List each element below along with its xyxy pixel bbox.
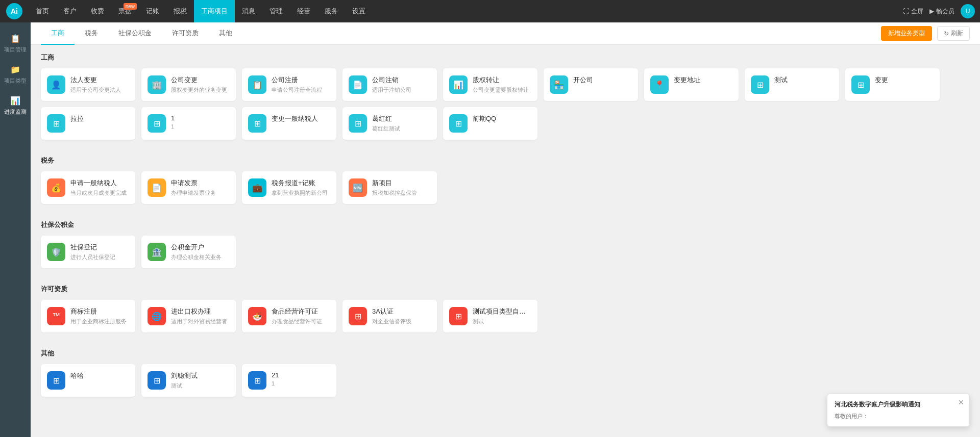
3a-title: 3A认证 — [372, 307, 431, 316]
nav-home[interactable]: 首页 — [29, 0, 56, 22]
legal-change-icon: 👤 — [47, 75, 65, 94]
liucong-icon: ⊞ — [148, 371, 166, 390]
tab-xuke[interactable]: 许可资质 — [162, 22, 209, 45]
sidebar-item-project-manage[interactable]: 📋 项目管理 — [0, 28, 31, 59]
notification-close-button[interactable]: ✕ — [958, 398, 964, 406]
nav-operation[interactable]: 经营 — [290, 0, 317, 22]
tab-qita[interactable]: 其他 — [209, 22, 242, 45]
card-21[interactable]: ⊞ 21 1 — [242, 364, 336, 397]
avatar[interactable]: U — [961, 4, 975, 18]
change2-title: 变更 — [875, 75, 934, 85]
card-social-insurance[interactable]: 🛡️ 社保登记 进行人员社保登记 — [41, 236, 135, 268]
card-trademark[interactable]: ™ 商标注册 用于企业商标注册服务 — [41, 300, 135, 332]
card-company-change[interactable]: 🏢 公司变更 股权变更外的业务变更 — [141, 68, 236, 101]
tax-bookkeeping-icon: 💼 — [248, 178, 266, 197]
haha-title: 哈哈 — [70, 371, 129, 380]
nav-customer[interactable]: 客户 — [56, 0, 84, 22]
sidebar: 📋 项目管理 📁 项目类型 📊 进度监测 — [0, 22, 31, 437]
section-shuiwu: 税务 💰 申请一般纳税人 当月或次月成变更完成 📄 申请发票 办理申请发票业务 — [31, 148, 980, 204]
card-food-license[interactable]: 🍜 食品经营许可证 办理食品经营许可证 — [242, 300, 336, 332]
card-legal-change[interactable]: 👤 法人变更 适用于公司变更法人 — [41, 68, 135, 101]
card-change2[interactable]: ⊞ 变更 — [845, 68, 940, 101]
card-qq[interactable]: ⊞ 前期QQ — [443, 107, 537, 140]
new-project-icon: 🆕 — [349, 178, 367, 197]
card-company-cancel[interactable]: 📄 公司注销 适用于注销公司 — [342, 68, 437, 101]
card-gehonghong[interactable]: ⊞ 葛红红 葛红红测试 — [342, 107, 437, 140]
member-label: 畅会员 — [936, 7, 954, 16]
social-insurance-icon: 🛡️ — [47, 243, 65, 261]
main-layout: 📋 项目管理 📁 项目类型 📊 进度监测 工商 税务 社保公积金 许可资质 其他… — [0, 22, 980, 437]
food-license-title: 食品经营许可证 — [272, 307, 330, 316]
open-company-icon: 🏪 — [550, 75, 568, 94]
3a-desc: 对企业信誉评级 — [372, 318, 431, 325]
notification-popup: ✕ 河北税务数字账户升级影响通知 尊敬的用户： — [827, 394, 970, 427]
change-address-title: 变更地址 — [674, 75, 732, 85]
card-apply-invoice[interactable]: 📄 申请发票 办理申请发票业务 — [141, 171, 236, 204]
card-test1[interactable]: ⊞ 测试 — [745, 68, 839, 101]
project-manage-icon: 📋 — [10, 33, 21, 44]
content-area: 工商 税务 社保公积金 许可资质 其他 新增业务类型 ↻ 刷新 工商 👤 法人变… — [31, 22, 980, 437]
sidebar-item-project-type[interactable]: 📁 项目类型 — [0, 59, 31, 90]
card-open-company[interactable]: 🏪 开公司 — [544, 68, 638, 101]
nav-ticket[interactable]: 票据 new — [111, 0, 139, 22]
company-change-desc: 股权变更外的业务变更 — [171, 86, 230, 94]
gehonghong-title: 葛红红 — [372, 114, 431, 123]
card-lala[interactable]: ⊞ 拉拉 — [41, 107, 135, 140]
apply-taxpayer-desc: 当月或次月成变更完成 — [70, 189, 129, 197]
gehonghong-desc: 葛红红测试 — [372, 125, 431, 133]
member-button[interactable]: ▶ 畅会员 — [929, 7, 954, 16]
test1-title: 测试 — [774, 75, 833, 85]
lala-icon: ⊞ — [47, 114, 65, 133]
nav-tax[interactable]: 报税 — [166, 0, 194, 22]
nav-messages[interactable]: 消息 — [235, 0, 262, 22]
provident-fund-icon: 🏦 — [148, 243, 166, 261]
card-apply-taxpayer[interactable]: 💰 申请一般纳税人 当月或次月成变更完成 — [41, 171, 135, 204]
cards-shuiwu: 💰 申请一般纳税人 当月或次月成变更完成 📄 申请发票 办理申请发票业务 💼 — [41, 171, 970, 204]
card-import-export[interactable]: 🌐 进出口权办理 适用于对外贸易经营者 — [141, 300, 236, 332]
card-3a[interactable]: ⊞ 3A认证 对企业信誉评级 — [342, 300, 437, 332]
card-one[interactable]: ⊞ 1 1 — [141, 107, 236, 140]
card-change-taxpayer[interactable]: ⊞ 变更一般纳税人 — [242, 107, 336, 140]
nav-service[interactable]: 服务 — [317, 0, 345, 22]
sidebar-item-progress[interactable]: 📊 进度监测 — [0, 90, 31, 121]
3a-icon: ⊞ — [349, 307, 367, 325]
card-equity-transfer[interactable]: 📊 股权转让 公司变更需要股权转让 — [443, 68, 537, 101]
social-insurance-desc: 进行人员社保登记 — [70, 253, 129, 261]
nav-settings[interactable]: 设置 — [345, 0, 373, 22]
tab-shebao[interactable]: 社保公积金 — [108, 22, 162, 45]
card-test-type[interactable]: ⊞ 测试项目类型自定义 测试 — [443, 300, 537, 332]
card-tax-bookkeeping[interactable]: 💼 税务报道+记账 拿到营业执照的新公司 — [242, 171, 336, 204]
fullscreen-button[interactable]: ⛶ 全屏 — [903, 7, 923, 16]
nav-business[interactable]: 工商项目 — [194, 0, 235, 22]
card-liucong[interactable]: ⊞ 刘聪测试 测试 — [141, 364, 236, 397]
cards-qita: ⊞ 哈哈 ⊞ 刘聪测试 测试 ⊞ 21 — [41, 364, 970, 397]
equity-transfer-title: 股权转让 — [473, 75, 531, 85]
section-xuke: 许可资质 ™ 商标注册 用于企业商标注册服务 🌐 进出口权办理 适用于对外贸易经… — [31, 276, 980, 332]
card-change-address[interactable]: 📍 变更地址 — [644, 68, 739, 101]
change-address-icon: 📍 — [650, 75, 669, 94]
apply-invoice-icon: 📄 — [148, 178, 166, 197]
card-haha[interactable]: ⊞ 哈哈 — [41, 364, 135, 397]
tab-shuiwu[interactable]: 税务 — [75, 22, 108, 45]
test-type-icon: ⊞ — [449, 307, 468, 325]
company-register-desc: 申请公司注册全流程 — [272, 86, 330, 94]
card-provident-fund[interactable]: 🏦 公积金开户 办理公积金相关业务 — [141, 236, 236, 268]
food-license-icon: 🍜 — [248, 307, 266, 325]
apply-invoice-title: 申请发票 — [171, 178, 230, 188]
cards-shebao: 🛡️ 社保登记 进行人员社保登记 🏦 公积金开户 办理公积金相关业务 — [41, 236, 970, 268]
top-navigation: Ai 首页 客户 收费 票据 new 记账 报税 工商项目 消息 管理 经营 服… — [0, 0, 980, 22]
nav-bookkeeping[interactable]: 记账 — [139, 0, 166, 22]
company-register-icon: 📋 — [248, 75, 266, 94]
nav-billing[interactable]: 收费 — [84, 0, 111, 22]
change-taxpayer-icon: ⊞ — [248, 114, 266, 133]
nav-manage[interactable]: 管理 — [262, 0, 290, 22]
new-type-button[interactable]: 新增业务类型 — [881, 26, 932, 41]
card-new-project[interactable]: 🆕 新项目 报税加税控盘保管 — [342, 171, 437, 204]
card-company-register[interactable]: 📋 公司注册 申请公司注册全流程 — [242, 68, 336, 101]
refresh-button[interactable]: ↻ 刷新 — [937, 26, 970, 41]
company-change-title: 公司变更 — [171, 75, 230, 85]
fullscreen-icon: ⛶ — [903, 8, 909, 15]
tab-gongshang[interactable]: 工商 — [41, 22, 75, 45]
gehonghong-icon: ⊞ — [349, 114, 367, 133]
one-title: 1 — [171, 114, 230, 122]
